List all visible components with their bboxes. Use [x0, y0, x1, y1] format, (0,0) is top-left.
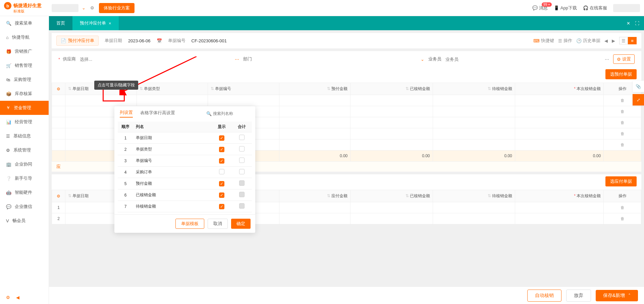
- select-payable-button[interactable]: 选应付单据: [605, 176, 637, 186]
- company-chevron-icon[interactable]: ⌄: [82, 5, 86, 10]
- sum-checkbox[interactable]: [239, 192, 245, 197]
- col-thiswrite[interactable]: 本次核销金额: [515, 83, 603, 95]
- sidebar-item-wechat[interactable]: 💬企业微信: [0, 200, 49, 214]
- delete-row-icon[interactable]: 🗑: [621, 109, 625, 114]
- sidebar-item-guide[interactable]: ❔新手引导: [0, 171, 49, 185]
- sum-checkbox[interactable]: [239, 180, 245, 186]
- sum-checkbox[interactable]: [239, 203, 245, 209]
- delete-row-icon[interactable]: 🗑: [621, 120, 625, 125]
- popup-cancel-button[interactable]: 取消: [208, 219, 228, 229]
- customer-service-link[interactable]: 🎧 在线客服: [583, 5, 607, 11]
- sum-checkbox[interactable]: [239, 169, 245, 174]
- col2-pending[interactable]: ⇅待核销金额: [433, 190, 515, 202]
- sidebar-item-inventory[interactable]: 📦库存核算: [0, 87, 49, 101]
- show-checkbox[interactable]: ✓: [219, 181, 224, 186]
- col-type[interactable]: ⇅单据类型: [137, 83, 208, 95]
- show-checkbox[interactable]: ✓: [219, 192, 224, 198]
- biz-more-icon[interactable]: ⋯: [605, 57, 609, 62]
- sidebar-item-corp[interactable]: 🏢企业协同: [0, 157, 49, 171]
- company-selector[interactable]: [52, 4, 78, 12]
- popup-tab-font[interactable]: 表格字体行高设置: [140, 110, 175, 117]
- chart-icon: 📊: [6, 120, 11, 125]
- sidebar-collapse-icon[interactable]: ◀: [16, 295, 19, 300]
- sidebar-item-quick-nav[interactable]: ⌂快捷导航: [0, 30, 49, 44]
- headset-icon: 🎧: [583, 5, 588, 10]
- sum-checkbox[interactable]: [239, 135, 245, 140]
- industry-plan-button[interactable]: 体验行业方案: [99, 3, 135, 13]
- app-download-link[interactable]: 📱 App下载: [554, 5, 577, 11]
- select-prepay-button[interactable]: 选预付单据: [605, 69, 637, 79]
- doc-type-chip[interactable]: 📄 预付冲应付单: [56, 36, 99, 46]
- sidebar-item-marketing[interactable]: 🎁营销推广: [0, 44, 49, 58]
- column-settings-button[interactable]: ⚙: [52, 83, 65, 95]
- dock-expand-icon[interactable]: ⤢: [633, 94, 644, 105]
- dept-chevron-icon[interactable]: ⌄: [421, 57, 424, 62]
- popup-template-button[interactable]: 单据模板: [175, 219, 204, 229]
- history-button[interactable]: 🕑历史单据: [576, 38, 600, 44]
- sum-checkbox[interactable]: [239, 146, 245, 151]
- sidebar-item-label: 经营管理: [15, 119, 32, 125]
- col-written[interactable]: ⇅已核销金额: [351, 83, 433, 95]
- tab-doc[interactable]: 预付冲应付单 ×: [72, 16, 119, 30]
- delete-row-icon[interactable]: 🗑: [621, 98, 625, 103]
- calendar-icon[interactable]: 📅: [157, 38, 162, 43]
- delete-row-icon[interactable]: 🗑: [621, 205, 625, 210]
- sidebar-item-search-menu[interactable]: 🔍搜索菜单: [0, 16, 49, 30]
- sidebar-item-basedata[interactable]: ☰基础信息: [0, 129, 49, 143]
- top-gear-icon[interactable]: ⚙: [90, 5, 94, 10]
- save-and-new-button[interactable]: 保存&新增 ˄: [596, 290, 638, 301]
- show-checkbox[interactable]: ✓: [219, 135, 224, 141]
- sidebar-settings-icon[interactable]: ⚙: [6, 295, 10, 300]
- tabs-fullscreen-icon[interactable]: ⛶: [635, 21, 639, 26]
- col-no[interactable]: ⇅单据编号: [208, 83, 279, 95]
- sidebar-item-member[interactable]: V畅会员: [0, 214, 49, 228]
- popup-row-name: 单据日期: [133, 132, 212, 144]
- sidebar-item-purchase[interactable]: 🛍采购管理: [0, 73, 49, 87]
- prev-doc-icon[interactable]: ◀: [604, 38, 608, 43]
- popup-row-seq: 7: [118, 201, 133, 212]
- show-checkbox[interactable]: ✓: [219, 204, 224, 209]
- next-doc-icon[interactable]: ▶: [612, 38, 615, 43]
- col-prepay[interactable]: ⇅预付金额: [279, 83, 351, 95]
- biz-label: 业务员: [428, 56, 441, 62]
- col2-thiswrite[interactable]: 本次核销金额: [515, 190, 603, 202]
- dock-attachment-icon[interactable]: 📎: [633, 81, 644, 92]
- column-settings-button-2[interactable]: ⚙: [52, 190, 65, 202]
- discard-button[interactable]: 放弃: [566, 290, 591, 302]
- col2-written[interactable]: ⇅已核销金额: [351, 190, 433, 202]
- dept-input[interactable]: [255, 55, 418, 63]
- show-checkbox[interactable]: ✓: [219, 158, 224, 164]
- view-list-icon[interactable]: ☰: [619, 37, 628, 44]
- popup-row: 6已核销金额✓: [118, 189, 252, 201]
- messages-link[interactable]: 💬 消息 99 +: [532, 5, 548, 11]
- form-settings-button[interactable]: ⚙设置: [613, 54, 635, 64]
- popup-tab-columns[interactable]: 列设置: [120, 110, 133, 118]
- auto-writeoff-button[interactable]: 自动核销: [527, 290, 561, 302]
- show-checkbox[interactable]: ✓: [219, 147, 224, 152]
- popup-search-input[interactable]: [213, 111, 250, 116]
- sidebar-item-sales[interactable]: 🛒销售管理: [0, 58, 49, 73]
- total-pending: 0.00: [433, 150, 515, 162]
- sidebar-item-hardware[interactable]: 🤖智能硬件: [0, 185, 49, 200]
- popup-col-name: 列名: [133, 122, 212, 132]
- sidebar-item-finance[interactable]: ￥资金管理: [0, 101, 49, 115]
- sidebar-item-system[interactable]: ⚙系统管理: [0, 143, 49, 157]
- supplier-input[interactable]: [78, 55, 232, 63]
- shortcut-button[interactable]: ⌨快捷键: [533, 38, 554, 44]
- tab-home[interactable]: 首页: [49, 16, 72, 30]
- ops-button[interactable]: ☰操作: [558, 38, 572, 44]
- biz-input[interactable]: [444, 55, 602, 63]
- tab-close-icon[interactable]: ×: [109, 21, 111, 26]
- popup-ok-button[interactable]: 确定: [231, 219, 251, 229]
- show-checkbox[interactable]: [219, 169, 224, 174]
- sum-checkbox[interactable]: [239, 158, 245, 163]
- view-detail-icon[interactable]: ≡: [628, 37, 637, 44]
- supplier-more-icon[interactable]: ⋯: [235, 57, 239, 62]
- col2-payable[interactable]: ⇅应付金额: [279, 190, 351, 202]
- delete-row-icon[interactable]: 🗑: [621, 216, 625, 221]
- delete-row-icon[interactable]: 🗑: [621, 131, 625, 136]
- delete-row-icon[interactable]: 🗑: [621, 142, 625, 147]
- tabs-close-all-icon[interactable]: ✕: [627, 21, 630, 26]
- col-pending[interactable]: ⇅待核销金额: [433, 83, 515, 95]
- sidebar-item-operation[interactable]: 📊经营管理: [0, 115, 49, 129]
